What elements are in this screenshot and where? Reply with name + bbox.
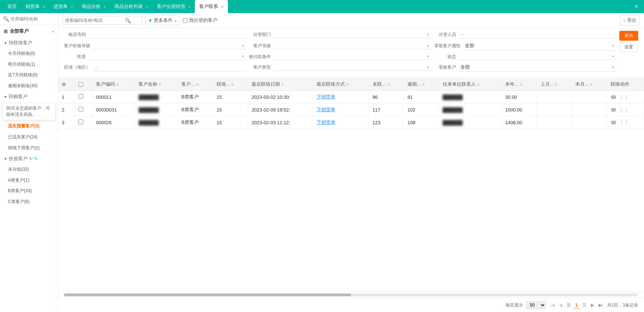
query-button[interactable]: 查询 — [619, 31, 638, 41]
more-actions-icon[interactable]: ⋮⋮ — [619, 94, 629, 100]
more-icon[interactable]: ··· — [460, 32, 464, 37]
th-last-date[interactable]: 最后联络日期⇅ — [248, 78, 313, 91]
row-checkbox[interactable] — [79, 119, 83, 124]
th-last-method[interactable]: 最后联络方式⇅ — [313, 78, 369, 91]
search-icon[interactable]: 🔍 — [125, 17, 131, 23]
td-customer-type: B类客户 — [178, 116, 213, 129]
select-all-checkbox[interactable] — [79, 82, 83, 87]
filter-retail-attr-select[interactable]: 全部 ▼ — [463, 41, 616, 50]
sidebar-item-declining[interactable]: 持续下滑客户(2) — [0, 143, 58, 154]
nav-customer-tier[interactable]: 客户分层经营 × — [153, 0, 195, 13]
close-goods-list-tab[interactable]: × — [146, 0, 148, 13]
nav-sales[interactable]: 销货单 × — [21, 0, 49, 13]
th-settings[interactable]: ⚙ — [58, 78, 75, 91]
td-checkbox[interactable] — [75, 104, 92, 116]
close-goods-analysis-tab[interactable]: × — [104, 0, 106, 13]
contact-icon[interactable]: ☎ — [611, 94, 616, 100]
filter-retail-select[interactable]: 全部 ▼ — [459, 63, 616, 72]
sidebar-item-overdue[interactable]: 逾期未联络(30) — [0, 81, 58, 92]
refresh-icon[interactable]: ↻ — [29, 156, 33, 161]
sidebar-search-input[interactable] — [11, 16, 55, 21]
my-customers-check[interactable] — [183, 18, 188, 23]
td-action[interactable]: ☎⋮⋮ — [607, 116, 644, 129]
sidebar-collapse-icon[interactable]: « — [52, 29, 54, 33]
sidebar-item-class-a[interactable]: A类客户(1) — [0, 175, 58, 186]
edit-icon[interactable]: ✎ — [34, 156, 38, 161]
row-checkbox[interactable] — [79, 107, 83, 112]
sidebar-item-lost[interactable]: 已流失客户(24) — [0, 132, 58, 143]
next-page-button[interactable]: ▶ — [589, 302, 596, 308]
more-icon-2[interactable]: ··· — [94, 65, 98, 70]
td-action[interactable]: ☎⋮⋮ — [607, 91, 644, 104]
th-this-year[interactable]: 本年...⇅ — [502, 78, 536, 91]
td-last-method[interactable]: 下销货单 — [313, 91, 369, 104]
close-customer-contact-tab[interactable]: × — [221, 0, 223, 13]
close-sales-tab[interactable]: × — [43, 0, 45, 13]
nav-purchase[interactable]: 进货单 × — [49, 0, 77, 13]
sidebar-item-7days[interactable]: 近7天待联络(0) — [0, 70, 58, 81]
sidebar-search-bar[interactable]: 🔍 — [0, 13, 58, 25]
sidebar-item-churn-warning[interactable]: 流失预警客户(3) — [0, 121, 58, 132]
th-contact[interactable]: 联络...⇅ — [213, 78, 247, 91]
nav-customer-contact[interactable]: 客户联系 × — [195, 0, 228, 13]
th-overdue[interactable]: 逾期...⇅ — [404, 78, 439, 91]
th-uncontacted[interactable]: 未联...⇅ — [369, 78, 403, 91]
th-this-month[interactable]: 本月...⇅ — [572, 78, 607, 91]
search-input[interactable] — [65, 18, 123, 23]
filter-more-button[interactable]: ▼ 更多条件 ▲ — [145, 16, 180, 25]
th-name[interactable]: 客户名称⇅ — [135, 78, 178, 91]
contact-icon[interactable]: ☎ — [611, 120, 616, 125]
filter-person-select[interactable]: ··· — [459, 31, 616, 39]
settings-button[interactable]: 设置 — [620, 42, 638, 52]
td-checkbox[interactable] — [75, 116, 92, 129]
th-last-month[interactable]: 上月...⇅ — [536, 78, 571, 91]
nav-goods-analysis[interactable]: 商品分析 × — [77, 0, 110, 13]
sidebar-item-class-c[interactable]: C类客户(6) — [0, 196, 58, 207]
nav-home[interactable]: 首页 — [3, 0, 21, 13]
filter-phone-input[interactable] — [89, 31, 246, 39]
td-action[interactable]: ☎⋮⋮ — [607, 104, 644, 116]
close-purchase-tab[interactable]: × — [71, 0, 73, 13]
more-actions-icon[interactable]: ⋮⋮ — [619, 107, 629, 113]
filter-type-select[interactable]: ▼ — [274, 64, 431, 71]
scrollbar-track[interactable] — [64, 293, 638, 296]
nav-goods-list[interactable]: 商品分析列表 × — [110, 0, 152, 13]
th-code[interactable]: 客户编码⇅ — [92, 78, 135, 91]
per-page-select[interactable]: 50 100 200 — [526, 301, 546, 309]
filter-nature-select[interactable]: ▼ — [89, 53, 246, 60]
th-contacts-person[interactable]: 往来单位联系人⇅ — [439, 78, 501, 91]
th-customer-type[interactable]: 客户...⇅ — [178, 78, 213, 91]
td-last-method[interactable]: 下销货单 — [313, 104, 369, 116]
sidebar-all-customers-header[interactable]: ⊞ 全部客户 « — [0, 25, 58, 37]
close-all-button[interactable]: × — [632, 3, 641, 10]
my-customers-checkbox[interactable]: 我分管的客户 — [183, 17, 217, 24]
last-page-button[interactable]: ▶| — [597, 302, 604, 308]
search-bar[interactable]: 🔍 — [63, 16, 142, 25]
filter-payment-select[interactable]: ▼ — [274, 53, 431, 60]
row-checkbox[interactable] — [79, 94, 83, 99]
sidebar-group-value[interactable]: ▼ 价值客户 ↻ ✎ — [0, 153, 58, 164]
filter-region-select[interactable]: ··· — [93, 64, 246, 71]
caret-icon-6: ▼ — [426, 54, 430, 58]
filter-level-select[interactable]: ▼ — [274, 43, 431, 49]
horizontal-scrollbar[interactable] — [58, 292, 644, 298]
more-actions-icon[interactable]: ⋮⋮ — [619, 120, 629, 125]
sidebar-group-repurchase[interactable]: ▼ 回购客户 — [0, 91, 58, 102]
sidebar-item-class-b[interactable]: B类客户(33) — [0, 186, 58, 196]
first-page-button[interactable]: |◀ — [549, 302, 556, 308]
td-last-method[interactable]: 下销货单 — [313, 116, 369, 129]
prev-page-button[interactable]: ◀ — [558, 302, 564, 308]
filter-dept-select[interactable]: ▼ — [274, 32, 431, 38]
contact-icon[interactable]: ☎ — [611, 107, 616, 113]
filter-price-select[interactable]: ▼ — [93, 43, 246, 49]
sidebar-item-ungrouped[interactable]: 未分组(32) — [0, 164, 58, 175]
close-customer-tier-tab[interactable]: × — [188, 0, 190, 13]
td-checkbox[interactable] — [75, 91, 92, 104]
scrollbar-thumb[interactable] — [64, 293, 351, 296]
sidebar-group-pending[interactable]: ▼ 待联络客户 — [0, 37, 58, 48]
export-button[interactable]: ↑ 导出 — [620, 15, 640, 25]
filter-status-select[interactable]: ▼ — [459, 53, 616, 60]
sidebar-item-tomorrow[interactable]: 明天待联络(1) — [0, 59, 58, 70]
th-checkbox[interactable] — [75, 78, 92, 91]
sidebar-item-today[interactable]: 今天待联络(0) — [0, 48, 58, 59]
